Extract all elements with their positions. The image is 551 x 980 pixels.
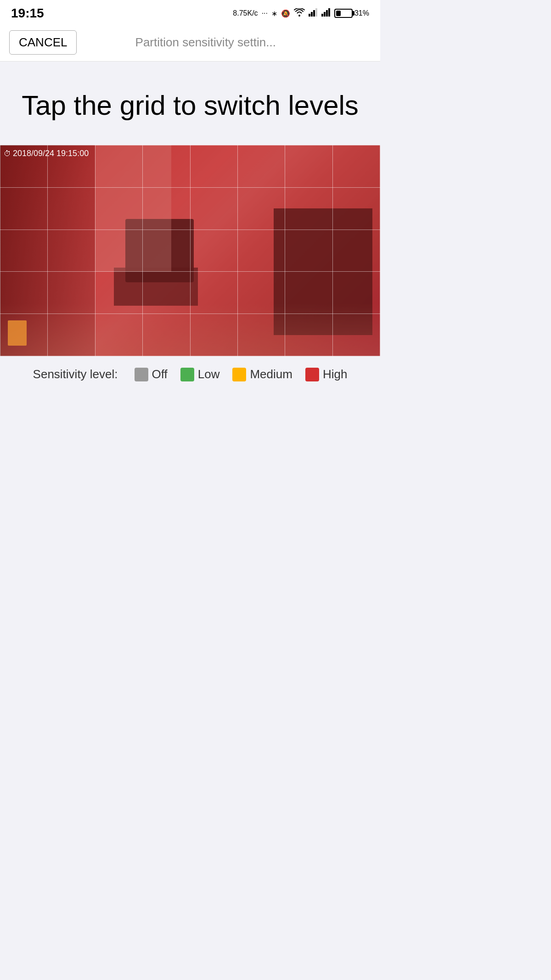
grid-cell[interactable] (95, 146, 142, 188)
grid-cell[interactable] (285, 187, 332, 230)
mute-icon: 🔕 (281, 9, 290, 18)
svg-rect-2 (313, 10, 315, 17)
grid-cell[interactable] (190, 272, 237, 314)
wifi-icon (294, 8, 305, 18)
grid-cell[interactable] (237, 146, 285, 188)
grid-cell[interactable] (143, 187, 190, 230)
off-label: Off (152, 367, 168, 381)
svg-rect-1 (311, 12, 313, 17)
grid-cell[interactable] (0, 272, 48, 314)
grid-cell[interactable] (95, 187, 142, 230)
grid-cell[interactable] (285, 272, 332, 314)
motion-grid[interactable] (0, 145, 380, 356)
signal-bar-1 (309, 8, 318, 18)
grid-cell[interactable] (95, 314, 142, 356)
grid-cell[interactable] (285, 314, 332, 356)
svg-rect-0 (309, 14, 310, 17)
grid-cell[interactable] (0, 314, 48, 356)
svg-rect-5 (324, 12, 326, 17)
grid-cell[interactable] (48, 187, 95, 230)
status-icons: 8.75K/c ··· ∗ 🔕 (233, 8, 369, 18)
battery-bar (334, 9, 353, 18)
grid-cell[interactable] (285, 146, 332, 188)
battery-percent: 31% (354, 9, 369, 17)
grid-cell[interactable] (190, 187, 237, 230)
grid-cell[interactable] (143, 146, 190, 188)
grid-cell[interactable] (237, 230, 285, 272)
grid-cell[interactable] (190, 146, 237, 188)
legend-section: Sensitivity level: Off Low Medium High (0, 356, 380, 392)
grid-cell[interactable] (237, 272, 285, 314)
grid-cell[interactable] (332, 187, 380, 230)
grid-cell[interactable] (48, 314, 95, 356)
grid-cell[interactable] (332, 314, 380, 356)
grid-cell[interactable] (190, 314, 237, 356)
high-label: High (323, 367, 347, 381)
grid-cell[interactable] (143, 272, 190, 314)
svg-rect-7 (328, 8, 330, 17)
grid-cell[interactable] (332, 230, 380, 272)
bottom-area (0, 392, 380, 806)
data-speed: 8.75K/c (233, 9, 258, 17)
bluetooth-icon: ∗ (271, 9, 277, 18)
camera-timestamp: ⏱ 2018/09/24 19:15:00 (4, 149, 89, 158)
grid-cell[interactable] (332, 272, 380, 314)
signal-bar-2 (321, 8, 331, 18)
status-time: 19:15 (11, 6, 44, 21)
grid-cell[interactable] (237, 187, 285, 230)
grid-cell[interactable] (190, 230, 237, 272)
grid-cell[interactable] (95, 272, 142, 314)
battery-indicator: 31% (334, 9, 369, 18)
grid-cell[interactable] (48, 272, 95, 314)
grid-cell[interactable] (143, 314, 190, 356)
grid-cell[interactable] (95, 230, 142, 272)
low-swatch (180, 368, 194, 381)
medium-swatch (232, 368, 246, 381)
battery-fill (336, 11, 341, 16)
legend-low: Low (180, 367, 220, 381)
svg-rect-6 (326, 10, 328, 17)
medium-label: Medium (250, 367, 292, 381)
grid-cell[interactable] (332, 146, 380, 188)
legend-medium: Medium (232, 367, 292, 381)
legend-label: Sensitivity level: (33, 367, 118, 381)
svg-rect-4 (321, 14, 323, 17)
low-label: Low (198, 367, 220, 381)
legend-off: Off (135, 367, 168, 381)
grid-table[interactable] (0, 145, 380, 356)
grid-cell[interactable] (237, 314, 285, 356)
grid-cell[interactable] (0, 230, 48, 272)
instruction-section: Tap the grid to switch levels (0, 62, 380, 145)
status-bar: 19:15 8.75K/c ··· ∗ 🔕 (0, 0, 380, 25)
nav-title: Partition sensitivity settin... (40, 35, 371, 50)
high-swatch (305, 368, 319, 381)
camera-section[interactable]: ⏱ 2018/09/24 19:15:00 (0, 145, 380, 356)
grid-cell[interactable] (48, 230, 95, 272)
grid-cell[interactable] (0, 187, 48, 230)
instruction-text: Tap the grid to switch levels (18, 89, 362, 122)
off-swatch (135, 368, 148, 381)
legend-high: High (305, 367, 347, 381)
dots-icon: ··· (262, 9, 268, 17)
nav-bar: CANCEL Partition sensitivity settin... (0, 25, 380, 62)
svg-rect-3 (315, 8, 317, 17)
clock-icon: ⏱ (4, 150, 11, 158)
grid-cell[interactable] (285, 230, 332, 272)
grid-cell[interactable] (143, 230, 190, 272)
